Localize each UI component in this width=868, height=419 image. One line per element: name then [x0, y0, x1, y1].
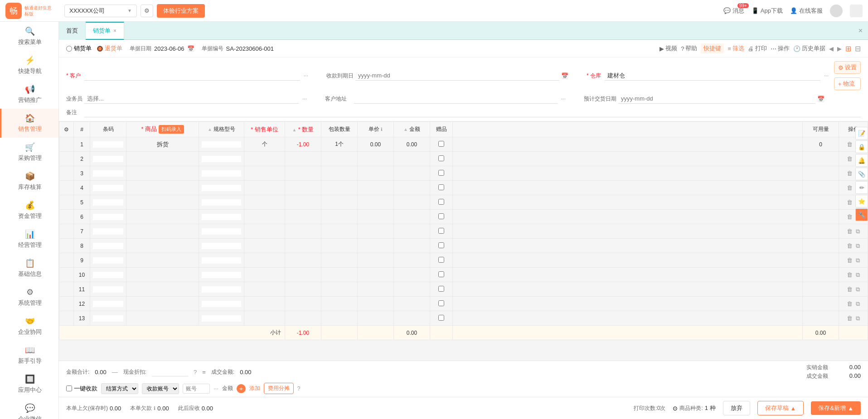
sidebar-item-inventory[interactable]: 📦 库存核算 — [0, 167, 58, 196]
cell-gift-5[interactable] — [430, 210, 453, 224]
cell-price-7[interactable] — [358, 239, 394, 253]
delete-row-8[interactable]: 🗑 — [847, 257, 853, 264]
cell-barcode-2[interactable] — [90, 166, 126, 181]
cell-price-10[interactable] — [358, 282, 394, 297]
expected-date-calendar-icon[interactable]: 📅 — [817, 96, 824, 102]
sidebar-item-system[interactable]: ⚙ 系统管理 — [0, 283, 58, 312]
cell-gift-2[interactable] — [430, 166, 453, 181]
delete-row-4[interactable]: 🗑 — [847, 199, 853, 206]
cell-gift-12[interactable] — [430, 311, 453, 326]
cell-qty-10[interactable] — [285, 282, 321, 297]
cell-gift-7[interactable] — [430, 239, 453, 253]
cell-barcode-9[interactable] — [90, 268, 126, 282]
list-view-icon[interactable]: ⊟ — [855, 44, 861, 53]
cell-barcode-11[interactable] — [90, 297, 126, 311]
cell-price-3[interactable] — [358, 181, 394, 195]
messages-button[interactable]: 💬 消息 99+ — [723, 7, 744, 15]
sidebar-item-wechat[interactable]: 💬 企业微信 — [0, 399, 58, 419]
cell-barcode-6[interactable] — [90, 224, 126, 239]
cell-qty-5[interactable] — [285, 210, 321, 224]
sidebar-item-quick-nav[interactable]: ⚡ 快捷导航 — [0, 51, 58, 80]
cell-product-5[interactable] — [126, 210, 199, 224]
cell-qty-9[interactable] — [285, 268, 321, 282]
sidebar-item-guide[interactable]: 📖 新手引导 — [0, 341, 58, 370]
cell-price-9[interactable] — [358, 268, 394, 282]
ops-button[interactable]: ⋯ 操作 — [771, 44, 790, 53]
cell-barcode-7[interactable] — [90, 239, 126, 253]
copy-row-10[interactable]: ⧉ — [856, 286, 860, 293]
cell-spec-4[interactable] — [199, 195, 244, 210]
add-payment-icon[interactable]: + — [237, 384, 246, 393]
cell-gift-4[interactable] — [430, 195, 453, 210]
cell-product-12[interactable] — [126, 311, 199, 326]
cell-gift-9[interactable] — [430, 268, 453, 282]
company-selector[interactable]: XXXXXX公司 ▼ — [64, 5, 137, 17]
cell-barcode-3[interactable] — [90, 181, 126, 195]
copy-row-12[interactable]: ⧉ — [856, 315, 860, 322]
cell-product-11[interactable] — [126, 297, 199, 311]
cell-price-0[interactable]: 0.00 — [358, 137, 394, 152]
sidebar-item-sales[interactable]: 🏠 销售管理 — [0, 109, 58, 138]
cell-product-2[interactable] — [126, 166, 199, 181]
payment-due-input[interactable] — [355, 71, 559, 81]
cell-qty-1[interactable] — [285, 152, 321, 166]
settlement-select[interactable]: 结算方式 — [101, 383, 138, 394]
tab-sales-order[interactable]: 销货单 × — [86, 22, 124, 40]
cell-price-6[interactable] — [358, 224, 394, 239]
radio-sales-label[interactable]: 销货单 — [66, 44, 92, 53]
radio-product-type[interactable]: ⊙ — [673, 405, 678, 412]
cell-barcode-12[interactable] — [90, 311, 126, 326]
cell-barcode-0[interactable] — [90, 137, 126, 152]
right-panel-btn-lock[interactable]: 🔒 — [855, 140, 868, 153]
save-new-button[interactable]: 保存&新增 ▲ — [811, 401, 861, 415]
customer-addr-ellipsis[interactable]: ··· — [561, 96, 566, 102]
right-panel-btn-star[interactable]: ⭐ — [855, 195, 868, 207]
sidebar-item-finance[interactable]: 💰 资金管理 — [0, 196, 58, 225]
cell-spec-2[interactable] — [199, 166, 244, 181]
save-draft-button[interactable]: 保存草稿 ▲ — [757, 401, 804, 415]
cell-gift-3[interactable] — [430, 181, 453, 195]
delete-row-6[interactable]: 🗑 — [847, 228, 853, 235]
cell-product-6[interactable] — [126, 224, 199, 239]
salesperson-input[interactable] — [84, 94, 299, 104]
cell-barcode-10[interactable] — [90, 282, 126, 297]
cell-product-10[interactable] — [126, 282, 199, 297]
delete-row-2[interactable]: 🗑 — [847, 170, 853, 177]
bank-account-input[interactable] — [183, 384, 210, 394]
sidebar-item-operations[interactable]: 📊 经营管理 — [0, 225, 58, 254]
cell-price-4[interactable] — [358, 195, 394, 210]
bank-select[interactable]: 收款账号 — [142, 383, 179, 394]
cell-spec-1[interactable] — [199, 152, 244, 166]
tab-close-icon[interactable]: × — [113, 28, 116, 34]
cell-price-11[interactable] — [358, 297, 394, 311]
discard-button[interactable]: 放弃 — [723, 401, 750, 415]
radio-return[interactable] — [97, 46, 103, 52]
cell-price-5[interactable] — [358, 210, 394, 224]
expected-date-input[interactable] — [618, 94, 815, 104]
cell-price-8[interactable] — [358, 253, 394, 268]
price-info-icon[interactable]: ℹ — [381, 127, 383, 132]
cell-product-0[interactable]: 拆货 — [126, 137, 199, 152]
cell-spec-12[interactable] — [199, 311, 244, 326]
nav-prev-icon[interactable]: ◀ — [829, 45, 834, 52]
cell-qty-2[interactable] — [285, 166, 321, 181]
right-panel-btn-orange[interactable]: 🔧 — [855, 208, 868, 221]
right-panel-btn-bell[interactable]: 🔔 — [855, 154, 868, 167]
sidebar-item-appstore[interactable]: 🔲 应用中心 — [0, 370, 58, 399]
delete-row-12[interactable]: 🗑 — [847, 315, 853, 322]
cell-price-1[interactable] — [358, 152, 394, 166]
cell-gift-6[interactable] — [430, 224, 453, 239]
avatar[interactable] — [830, 5, 843, 17]
delete-row-1[interactable]: 🗑 — [847, 155, 853, 162]
app-download-button[interactable]: 📱 App下载 — [752, 7, 783, 15]
cell-product-3[interactable] — [126, 181, 199, 195]
online-support-button[interactable]: 👤 在线客服 — [790, 7, 823, 15]
cell-spec-6[interactable] — [199, 224, 244, 239]
cell-gift-8[interactable] — [430, 253, 453, 268]
settings-icon[interactable]: ⚙ — [141, 5, 153, 17]
cell-product-1[interactable] — [126, 152, 199, 166]
print-button[interactable]: 🖨 打印 — [748, 44, 767, 53]
cell-spec-3[interactable] — [199, 181, 244, 195]
cell-gift-1[interactable] — [430, 152, 453, 166]
calendar-icon[interactable]: 📅 — [187, 45, 194, 52]
